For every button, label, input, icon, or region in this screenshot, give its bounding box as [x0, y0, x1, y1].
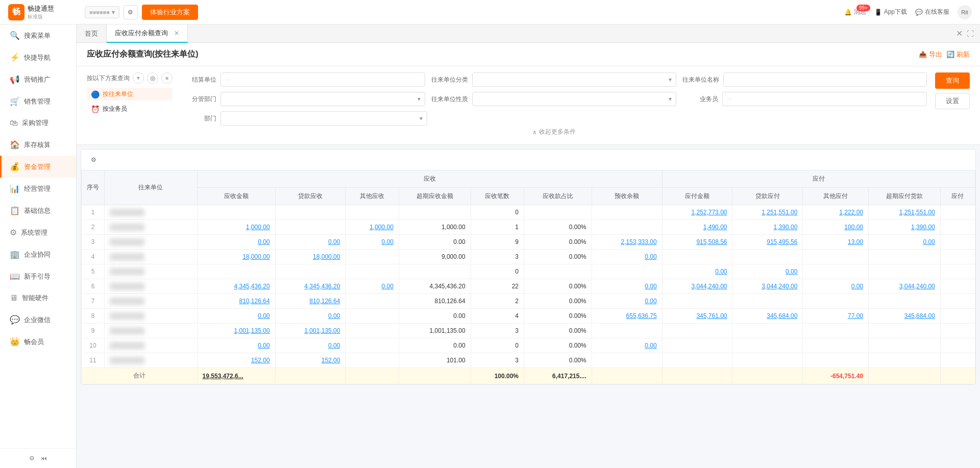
cell-prepaid: 0.00	[592, 338, 662, 353]
scheme-by-partner[interactable]: 🔵 按往来单位	[87, 88, 173, 101]
cell-ap-tail	[940, 338, 975, 353]
purchase-icon: 🛍	[10, 118, 18, 128]
sidebar-item-wechat[interactable]: 💬 企业微信	[0, 309, 76, 331]
logo-area: 畅 畅捷通慧 标准版	[8, 4, 85, 20]
sidebar-item-search-menu[interactable]: 🔍 搜索菜单	[0, 24, 76, 46]
online-service[interactable]: 💬 在线客服	[915, 8, 949, 16]
sales-icon: 🛒	[10, 96, 20, 106]
dept-manager-label: 分管部门	[181, 95, 216, 104]
sidebar-item-enterprise[interactable]: 🏢 企业协同	[0, 243, 76, 265]
dept-manager-input[interactable]: ▾	[220, 92, 425, 106]
cell-other-ap	[803, 353, 869, 368]
sidebar-item-quick-nav[interactable]: ⚡ 快捷导航	[0, 46, 76, 68]
company-selector[interactable]: ■■■■■■ ▾	[85, 6, 119, 18]
scheme-by-salesperson[interactable]: ⏰ 按业务员	[87, 103, 173, 115]
cell-num: 11	[82, 353, 105, 368]
sidebar-collapse-icon[interactable]: ⏮	[41, 455, 47, 462]
col-ap-group: 应付	[662, 170, 975, 188]
filter-area: 按以下方案查询 + ◎ « 🔵 按往来单位 ⏰	[77, 66, 980, 145]
app-logo: 畅	[8, 4, 24, 20]
header-actions: 📤 导出 🔄 刷新	[919, 50, 970, 59]
cell-loan-ar: 18,000.00	[275, 250, 346, 264]
cell-ar-ratio: 0.00%	[524, 220, 592, 235]
cell-num: 9	[82, 324, 105, 338]
cell-num: 2	[82, 220, 105, 235]
table-toolbar: ⚙	[81, 150, 975, 170]
cell-partner: ████████	[105, 205, 198, 220]
partner-category-input[interactable]: ▾	[472, 72, 676, 87]
cell-overdue-ar: 0.00	[399, 338, 471, 353]
close-window-icon[interactable]: ✕	[956, 29, 963, 38]
partner-nature-input[interactable]: ▾	[472, 92, 676, 106]
tab-bar: 首页 应收应付余额查询 ✕ ✕ ⛶	[77, 24, 980, 43]
table-row: 11 ████████ 152.00 152.00 101.00 3 0.00%	[82, 353, 975, 368]
sidebar-item-purchase[interactable]: 🛍 采购管理	[0, 112, 76, 134]
add-filter-btn[interactable]: +	[133, 72, 144, 84]
table-body: 1 ████████ 0 1,252,773.00 1,251,551.00 1…	[82, 205, 975, 368]
cell-ar-ratio: 0.00%	[524, 294, 592, 309]
sidebar-item-finance[interactable]: 💰 资金管理	[0, 156, 76, 178]
sidebar-item-sales[interactable]: 🛒 销售管理	[0, 90, 76, 112]
sidebar-item-hardware[interactable]: 🖥 智能硬件	[0, 287, 76, 309]
fullscreen-icon[interactable]: ⛶	[967, 30, 974, 38]
sidebar-item-marketing[interactable]: 📢 营销推广	[0, 68, 76, 90]
cell-prepaid	[592, 205, 662, 220]
tab-close-icon[interactable]: ✕	[174, 30, 179, 37]
cell-overdue-ar: 1,000.00	[399, 220, 471, 235]
collapse-button[interactable]: ∧ 收起更多条件	[532, 128, 576, 136]
export-button[interactable]: 📤 导出	[919, 50, 942, 59]
sidebar-item-basic-info[interactable]: 📋 基础信息	[0, 200, 76, 221]
filter-settlement-unit: 结算单位 ···	[181, 72, 425, 87]
notification-bell[interactable]: 🔔 消息 99+	[844, 8, 866, 16]
scheme-list: 🔵 按往来单位 ⏰ 按业务员	[87, 88, 173, 115]
sidebar-item-guide[interactable]: 📖 新手引导	[0, 265, 76, 287]
sidebar-item-inventory[interactable]: 🏠 库存核算	[0, 134, 76, 156]
tab-ar-ap[interactable]: 应收应付余额查询 ✕	[107, 24, 188, 43]
sidebar-label: 销售管理	[24, 97, 51, 106]
cell-loan-ap: 1,390.00	[732, 220, 803, 235]
cell-ap-tail	[940, 205, 975, 220]
content-area: 首页 应收应付余额查询 ✕ ✕ ⛶ 应收应付余额查询(按往来单位) 📤 导出	[77, 24, 980, 468]
table-wrapper: 序号 往来单位 应收 应付 应收金额 贷款应收 其他应收 超期应收金额 应收笔数	[81, 170, 975, 384]
cell-other-ar	[346, 324, 399, 338]
cell-ar-amount	[197, 264, 275, 279]
quick-nav-icon: ⚡	[10, 53, 20, 62]
sidebar-item-system[interactable]: ⚙ 系统管理	[0, 221, 76, 243]
table-settings-icon[interactable]: ⚙	[87, 154, 100, 166]
query-button[interactable]: 查询	[935, 72, 970, 89]
partner-name-input[interactable]	[723, 72, 927, 87]
cell-ar-amount: 152.00	[197, 353, 275, 368]
sidebar-settings-icon[interactable]: ⚙	[29, 455, 35, 462]
col-loan-ap: 贷款应付	[732, 188, 803, 205]
avatar[interactable]: Rit	[958, 5, 972, 19]
tab-home[interactable]: 首页	[77, 24, 107, 43]
filter-row-1: 结算单位 ··· 往来单位分类 ▾	[181, 72, 927, 87]
sidebar-item-vip[interactable]: 👑 畅会员	[0, 331, 76, 353]
summary-ar-total[interactable]: 19,553,472,6...	[197, 368, 275, 384]
settings-filter-btn[interactable]: ◎	[147, 72, 158, 84]
table-row: 6 ████████ 4,345,436.20 4,345,436.20 0.0…	[82, 279, 975, 294]
cell-prepaid: 0.00	[592, 279, 662, 294]
sidebar-item-management[interactable]: 📊 经营管理	[0, 178, 76, 200]
cell-partner: ████████	[105, 220, 198, 235]
vip-icon: 👑	[10, 337, 20, 347]
settings-button[interactable]: 设置	[935, 93, 970, 109]
table-row: 8 ████████ 0.00 0.00 0.00 4 0.00% 655,63…	[82, 309, 975, 324]
finance-icon: 💰	[10, 162, 20, 171]
cell-other-ap: 77.00	[803, 309, 869, 324]
gear-button[interactable]: ⚙	[124, 5, 138, 19]
cell-ar-amount: 0.00	[197, 235, 275, 250]
cell-ap-amount	[662, 338, 732, 353]
cell-loan-ar	[275, 205, 346, 220]
salesperson-input[interactable]: ···	[722, 92, 927, 106]
cell-loan-ar: 4,345,436.20	[275, 279, 346, 294]
settlement-unit-input[interactable]: ···	[220, 72, 425, 87]
filter-partner-name: 往来单位名称	[682, 72, 927, 87]
cell-prepaid: 2,153,333.00	[592, 235, 662, 250]
refresh-button[interactable]: 🔄 刷新	[946, 50, 970, 59]
app-download[interactable]: 📱 App下载	[874, 8, 907, 16]
industry-button[interactable]: 体验行业方案	[142, 5, 198, 20]
collapse-filter-btn[interactable]: «	[161, 72, 173, 84]
department-input[interactable]: ▾	[220, 111, 427, 126]
cell-overdue-ar	[399, 264, 471, 279]
